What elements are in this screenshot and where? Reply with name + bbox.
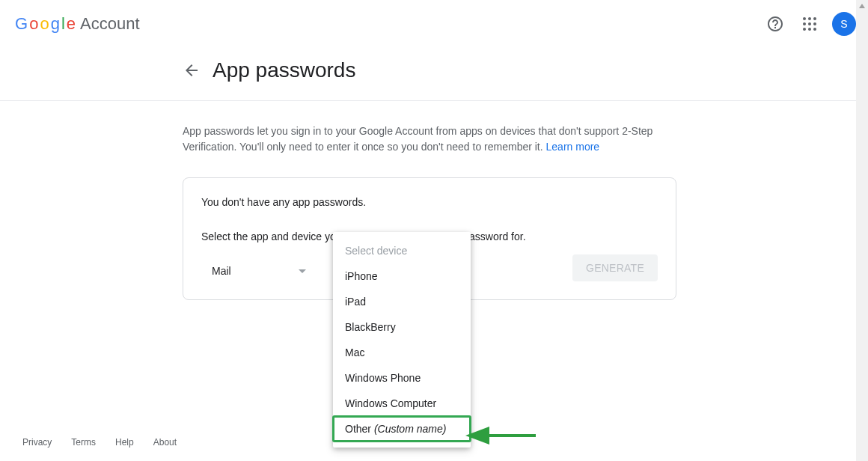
logo-letter: o — [29, 14, 38, 34]
arrow-back-icon — [183, 61, 201, 79]
footer-link-help[interactable]: Help — [115, 437, 134, 448]
logo-letter: l — [61, 14, 65, 34]
logo-letter: G — [15, 14, 28, 34]
dropdown-option-mac[interactable]: Mac — [333, 340, 471, 365]
learn-more-link[interactable]: Learn more — [546, 141, 600, 153]
page-description: App passwords let you sign in to your Go… — [0, 101, 673, 155]
svg-point-4 — [808, 22, 811, 25]
chevron-down-icon — [299, 269, 306, 273]
scrollbar-track[interactable] — [856, 0, 868, 461]
svg-point-0 — [803, 17, 806, 20]
dropdown-option-ipad[interactable]: iPad — [333, 289, 471, 314]
generate-button[interactable]: GENERATE — [572, 254, 658, 281]
logo-letter: o — [40, 14, 49, 34]
svg-point-8 — [813, 28, 816, 31]
dropdown-option-windows-computer[interactable]: Windows Computer — [333, 391, 471, 416]
back-button[interactable] — [177, 55, 207, 85]
avatar[interactable]: S — [832, 12, 856, 36]
dropdown-option-windows-phone[interactable]: Windows Phone — [333, 365, 471, 391]
google-logo: Google Account — [15, 14, 140, 34]
footer-link-privacy[interactable]: Privacy — [22, 437, 52, 448]
title-row: App passwords — [0, 48, 856, 100]
app-select[interactable]: Mail — [212, 260, 306, 281]
annotation-arrow-icon — [477, 428, 537, 446]
dropdown-option-iphone[interactable]: iPhone — [333, 263, 471, 289]
svg-point-1 — [808, 17, 811, 20]
logo-letter: g — [51, 14, 60, 34]
footer-link-about[interactable]: About — [153, 437, 177, 448]
avatar-initial: S — [840, 18, 847, 30]
svg-point-7 — [808, 28, 811, 31]
footer: Privacy Terms Help About — [22, 437, 177, 448]
no-passwords-message: You don't have any app passwords. — [201, 196, 658, 208]
scrollbar-up-icon[interactable] — [856, 0, 868, 12]
page-title: App passwords — [213, 58, 355, 82]
dropdown-option-other[interactable]: Other (Custom name) — [333, 416, 471, 442]
account-label: Account — [80, 14, 140, 34]
device-dropdown: Select device iPhone iPad BlackBerry Mac… — [333, 232, 471, 448]
apps-grid-icon[interactable] — [795, 9, 825, 39]
svg-point-2 — [813, 17, 816, 20]
svg-point-6 — [803, 28, 806, 31]
svg-point-3 — [803, 22, 806, 25]
logo-letter: e — [67, 14, 76, 34]
footer-link-terms[interactable]: Terms — [71, 437, 96, 448]
dropdown-option-blackberry[interactable]: BlackBerry — [333, 314, 471, 340]
app-select-value: Mail — [212, 265, 231, 277]
header: Google Account S — [0, 0, 868, 48]
svg-point-5 — [813, 22, 816, 25]
help-icon[interactable] — [760, 9, 790, 39]
dropdown-placeholder: Select device — [333, 238, 471, 263]
